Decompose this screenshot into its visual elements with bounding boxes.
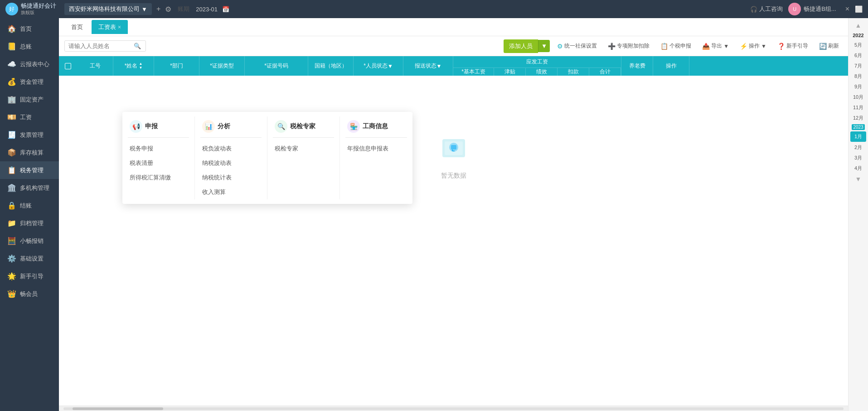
sidebar: 🏠 首页 📒 总账 ☁️ 云报表中心 💰 资金管理 🏢 固定资产 💴 工资 🧾 … [0,18,59,411]
tax-expert-col-icon: 🔍 [275,120,287,133]
timeline-month-9[interactable]: 9月 [849,82,868,92]
tax-icon: 📋 [7,166,16,174]
new-guide-toolbar-icon: ❓ [777,43,785,50]
th-dept: *部门 [154,56,199,76]
report-status-filter-icon: ▼ [436,63,442,69]
ledger-icon: 📒 [7,42,16,51]
sidebar-item-inventory[interactable]: 📦 库存核算 [0,144,59,161]
special-deduction-icon: ➕ [608,43,616,50]
new-guide-action[interactable]: ❓ 新手引导 [774,40,812,52]
sidebar-item-tax[interactable]: 📋 税务管理 [0,161,59,179]
sidebar-label-invoice: 发票管理 [20,131,44,139]
home-icon: 🏠 [7,24,16,33]
timeline-month-6[interactable]: 6月 [849,50,868,61]
plus-icon[interactable]: + [156,5,160,13]
refresh-action[interactable]: 🔄 刷新 [815,40,843,52]
calendar-icon[interactable]: 📅 [222,6,229,13]
horizontal-scrollbar[interactable] [59,406,848,411]
logo-text-group: 畅捷通好会计 旗舰版 [21,2,56,16]
th-report-status[interactable]: 报送状态 ▼ [403,56,453,76]
archive-icon: 📁 [7,219,16,227]
tab-bar: 首页 工资表 × [59,18,848,36]
timeline-month-8[interactable]: 8月 [849,71,868,82]
sidebar-item-home[interactable]: 🏠 首页 [0,20,59,38]
svg-rect-3 [451,145,456,150]
th-id-no: *证据号码 [245,56,308,76]
operations-action[interactable]: ⚡ 操作 ▼ [736,40,770,52]
th-performance: 绩效 [526,68,558,76]
tab-close-icon[interactable]: × [118,24,121,30]
social-insurance-action[interactable]: ⚙ 统一社保设置 [553,40,601,52]
th-report-status-label: 报送状态 [415,62,436,70]
th-action: 操作 [653,56,689,76]
user-name: 畅捷通B组... [804,5,836,13]
sidebar-item-multi-org[interactable]: 🏛️ 多机构管理 [0,179,59,197]
dropdown-col-declaration-header: 📢 申报 [128,116,189,138]
timeline-month-12[interactable]: 12月 [849,113,868,123]
sidebar-item-fixed-assets[interactable]: 🏢 固定资产 [0,91,59,108]
svg-rect-5 [453,150,455,151]
sidebar-item-new-guide[interactable]: 🌟 新手引导 [0,267,59,285]
timeline-nav-up[interactable]: ▲ [853,20,863,31]
dropdown-item-tax-expert[interactable]: 税检专家 [273,141,334,156]
dropdown-item-tax-payment[interactable]: 纳税波动表 [200,156,262,170]
tab-payroll-label: 工资表 [98,23,116,31]
right-timeline-panel: ▲ 2022 5月 6月 7月 8月 9月 10月 11月 12月 2023 1… [848,18,868,411]
company-selector[interactable]: 西安虾米网络科技有限公司 ▼ [64,3,152,15]
tab-home[interactable]: 首页 [64,20,90,34]
sidebar-item-member[interactable]: 👑 畅会员 [0,285,59,303]
timeline-month-next-2[interactable]: 2月 [849,142,868,153]
add-person-main-button[interactable]: 添加人员 [504,39,538,53]
sidebar-item-mini-report[interactable]: 🧮 小畅报销 [0,232,59,250]
th-status[interactable]: *人员状态 ▼ [354,56,403,76]
timeline-month-next-4[interactable]: 4月 [849,163,868,174]
sidebar-item-invoice[interactable]: 🧾 发票管理 [0,126,59,144]
export-action[interactable]: 📤 导出 ▼ [698,40,732,52]
window-minimize-icon[interactable]: ⬜ [855,5,863,13]
timeline-month-10[interactable]: 10月 [849,92,868,102]
sidebar-item-closing[interactable]: 🔒 结账 [0,197,59,214]
th-name[interactable]: *姓名 ▲▼ [113,56,154,76]
th-name-label: *姓名 [125,62,138,70]
dropdown-item-income-tax-calc[interactable]: 所得税汇算清缴 [128,170,189,185]
user-area[interactable]: U 畅捷通B组... [788,3,836,15]
timeline-month-next-3[interactable]: 3月 [849,153,868,163]
sidebar-item-archive[interactable]: 📁 归档管理 [0,214,59,232]
table-container: 工号 *姓名 ▲▼ *部门 *证据类型 *证据号码 国籍（地区） *人员状态 ▼… [59,56,848,411]
new-guide-icon: 🌟 [7,272,16,280]
social-insurance-icon: ⚙ [557,43,563,50]
timeline-month-11[interactable]: 11月 [849,102,868,113]
sidebar-item-fund[interactable]: 💰 资金管理 [0,73,59,91]
dropdown-item-tax-declaration[interactable]: 税务申报 [128,141,189,156]
service-button[interactable]: 🎧 人工咨询 [750,5,783,13]
search-input[interactable] [68,43,132,49]
sidebar-item-cloud-report[interactable]: ☁️ 云报表中心 [0,55,59,73]
refresh-icon: 🔄 [819,43,827,50]
social-insurance-label: 统一社保设置 [564,42,597,50]
dropdown-item-income-calc[interactable]: 收入测算 [200,185,262,199]
sidebar-item-ledger[interactable]: 📒 总账 [0,38,59,55]
operations-label: 操作 [749,42,760,50]
timeline-month-7[interactable]: 7月 [849,61,868,71]
tax-return-action[interactable]: 📋 个税申报 [657,40,695,52]
sidebar-item-payroll[interactable]: 💴 工资 [0,108,59,126]
settings-icon[interactable]: ⚙ [165,5,171,14]
header-checkbox[interactable] [65,63,71,69]
sidebar-item-basic-settings[interactable]: ⚙️ 基础设置 [0,250,59,267]
timeline-month-5[interactable]: 5月 [849,40,868,50]
add-person-dropdown-button[interactable]: ▼ [538,40,550,52]
dropdown-item-tax-burden[interactable]: 税负波动表 [200,141,262,156]
tab-payroll-table[interactable]: 工资表 × [92,20,128,34]
timeline-month-current[interactable]: 1月 [850,131,866,142]
user-avatar: U [788,3,801,15]
window-close-icon[interactable]: × [845,5,849,13]
th-checkbox-col[interactable] [59,56,77,76]
dropdown-item-tax-stats[interactable]: 纳税统计表 [200,170,262,185]
special-deduction-action[interactable]: ➕ 专项附加扣除 [604,40,653,52]
dropdown-item-tax-table-clear[interactable]: 税表清册 [128,156,189,170]
dropdown-item-annual-report[interactable]: 年报信息申报表 [345,141,407,156]
timeline-nav-down[interactable]: ▼ [853,174,863,184]
scroll-thumb[interactable] [73,407,163,410]
search-icon[interactable]: 🔍 [134,43,141,49]
tax-expert-col-title: 税检专家 [290,122,315,131]
